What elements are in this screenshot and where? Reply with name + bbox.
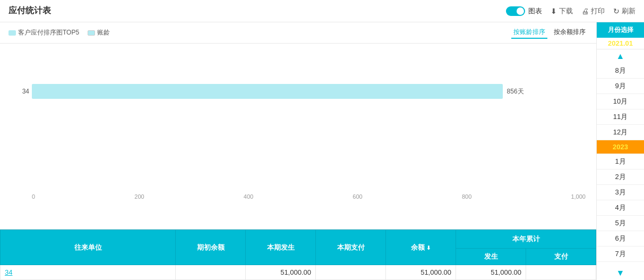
legend-dot-2 — [88, 30, 95, 36]
cell-year-pay-0 — [526, 265, 596, 280]
sidebar-current-display: 2021.01 — [597, 38, 644, 49]
refresh-label: 刷新 — [622, 6, 636, 16]
download-label: 下载 — [559, 6, 573, 16]
refresh-icon: ↻ — [613, 7, 620, 15]
legend-label-1: 客户应付排序图TOP5 — [18, 28, 79, 37]
chart-bar-area: 34 856天 — [32, 81, 586, 187]
sidebar-month-6[interactable]: 6月 — [597, 231, 644, 247]
cell-year-occur-0: 51,000.00 — [456, 265, 526, 280]
download-button[interactable]: ⬇ 下载 — [551, 6, 573, 16]
sidebar-down-btn[interactable]: ▼ — [597, 266, 644, 280]
print-icon: 🖨 — [581, 7, 589, 15]
sidebar-header: 月份选择 — [597, 22, 644, 38]
th-year-occur: 发生 — [456, 249, 526, 265]
chart-row-0: 34 856天 — [32, 81, 586, 102]
th-unit: 往来单位 — [1, 230, 176, 265]
cell-pay-0 — [316, 265, 386, 280]
header-actions: 图表 ⬇ 下载 🖨 打印 ↻ 刷新 — [506, 6, 636, 16]
chart-toggle[interactable] — [506, 6, 525, 16]
xaxis-label-5: 1,000 — [571, 193, 586, 200]
data-table: 往来单位 期初余额 本期发生 本期支付 余额 ⬇ 本年累计 发生 支付 — [0, 230, 596, 280]
sidebar-year-marker: 2023 — [597, 140, 644, 154]
th-current-pay: 本期支付 — [316, 230, 386, 265]
chart-sort: 按账龄排序 按余额排序 — [511, 27, 588, 39]
xaxis-label-1: 200 — [134, 193, 144, 200]
sidebar-month-1[interactable]: 1月 — [597, 154, 644, 169]
th-balance: 余额 ⬇ — [386, 230, 456, 265]
legend-label-2: 账龄 — [97, 28, 110, 37]
sidebar-month-9[interactable]: 9月 — [597, 79, 644, 94]
legend-item-1: 客户应付排序图TOP5 — [8, 28, 79, 37]
chart-bar-0 — [32, 84, 503, 99]
download-icon: ⬇ — [551, 7, 557, 15]
chart-toggle-wrap[interactable]: 图表 — [506, 6, 542, 16]
balance-icon: ⬇ — [426, 245, 431, 251]
table-section: 往来单位 期初余额 本期发生 本期支付 余额 ⬇ 本年累计 发生 支付 — [0, 229, 596, 280]
sort-by-amount-btn[interactable]: 按余额排序 — [552, 27, 588, 39]
sidebar-month-12[interactable]: 12月 — [597, 125, 644, 140]
print-label: 打印 — [591, 6, 605, 16]
chart-legend: 客户应付排序图TOP5 账龄 — [8, 28, 110, 37]
chart-toggle-label: 图表 — [528, 6, 542, 16]
sidebar-up-btn[interactable]: ▲ — [597, 49, 644, 63]
cell-occur-0: 51,000.00 — [246, 265, 316, 280]
sidebar-month-3[interactable]: 3月 — [597, 185, 644, 200]
cell-period-0 — [176, 265, 246, 280]
page-title: 应付统计表 — [8, 5, 51, 16]
sidebar-month-7[interactable]: 7月 — [597, 247, 644, 262]
chart-row-label-0: 34 — [5, 88, 29, 95]
th-year-total: 本年累计 — [456, 230, 596, 249]
sidebar-month-4[interactable]: 4月 — [597, 200, 644, 216]
sidebar-month-5[interactable]: 5月 — [597, 216, 644, 231]
legend-dot-1 — [8, 30, 16, 36]
legend-item-2: 账龄 — [88, 28, 110, 37]
xaxis-label-3: 600 — [353, 193, 362, 200]
sort-by-balance-btn[interactable]: 按账龄排序 — [511, 27, 547, 39]
th-current-occur: 本期发生 — [246, 230, 316, 265]
refresh-button[interactable]: ↻ 刷新 — [613, 6, 636, 16]
chart-xaxis: 0 200 400 600 800 1,000 — [32, 191, 586, 202]
sidebar: 月份选择 2021.01 ▲ 8月 9月 10月 11月 12月 2023 1月… — [596, 22, 644, 280]
cell-unit-0[interactable]: 34 — [1, 265, 176, 280]
xaxis-label-4: 800 — [462, 193, 471, 200]
sidebar-month-2[interactable]: 2月 — [597, 169, 644, 185]
cell-balance-0: 51,000.00 — [386, 265, 456, 280]
chart-bar-value-0: 856天 — [507, 87, 524, 96]
table-row: 34 51,000.00 51,000.00 51,000.00 — [1, 265, 596, 280]
xaxis-label-2: 400 — [244, 193, 253, 200]
sidebar-months: 8月 9月 10月 11月 12月 2023 1月 2月 3月 4月 5月 6月… — [597, 63, 644, 266]
xaxis-label-0: 0 — [32, 193, 35, 200]
sidebar-month-8[interactable]: 8月 — [597, 63, 644, 79]
print-button[interactable]: 🖨 打印 — [581, 6, 605, 16]
th-year-pay: 支付 — [526, 249, 596, 265]
sidebar-month-11[interactable]: 11月 — [597, 109, 644, 125]
th-period-balance: 期初余额 — [176, 230, 246, 265]
sidebar-month-10[interactable]: 10月 — [597, 94, 644, 109]
chart-canvas: 34 856天 0 200 400 600 800 1,000 — [0, 44, 596, 229]
